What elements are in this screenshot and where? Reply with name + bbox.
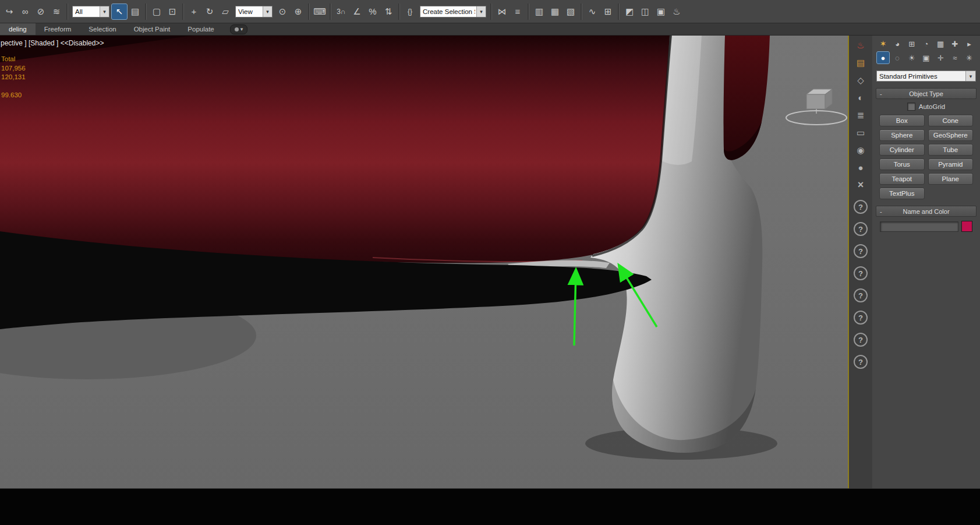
checker-ball-icon[interactable]: ◐ [853,91,868,104]
help-button[interactable]: ? [854,200,868,214]
helpers-category-tab[interactable]: ✛ [935,52,947,64]
primitive-category-dropdown[interactable]: Standard Primitives ▾ [876,71,976,82]
help-button[interactable]: ? [854,244,868,258]
mirror-icon[interactable]: ⋈ [494,4,510,19]
pyramid-button[interactable]: Pyramid [928,158,974,170]
rendered-frame-icon[interactable]: ▣ [653,4,668,19]
ribbon-config-dropdown[interactable]: ▾ [230,24,248,34]
toolbar-separator [581,3,582,20]
angle-snap-icon[interactable]: ∠ [349,4,365,19]
spacewarps-category-tab[interactable]: ≈ [949,52,961,64]
align-icon[interactable]: ≡ [510,4,525,19]
motion-tab[interactable]: ◔ [920,38,932,50]
selection-filter-value: All [75,8,98,15]
plane-button[interactable]: Plane [928,173,974,185]
geosphere-button[interactable]: GeoSphere [928,129,974,141]
tab-modeling[interactable]: deling [0,23,36,35]
percent-snap-icon[interactable]: % [365,4,380,19]
close-icon[interactable]: × [853,178,868,192]
teapot-button[interactable]: Teapot [879,173,925,185]
edit-named-sets-icon[interactable]: {} [402,4,418,19]
layer-explorer-icon[interactable]: ▦ [547,4,562,19]
ribbon-toggle-icon[interactable]: ▧ [563,4,578,19]
select-and-scale-icon[interactable]: ▱ [218,4,233,19]
bind-to-space-warp-icon[interactable]: ≋ [49,4,64,19]
select-and-link-icon[interactable]: ∞ [17,4,33,19]
curve-editor-icon[interactable]: ∿ [585,4,600,19]
select-and-manipulate-icon[interactable]: ⊕ [291,4,306,19]
viewport-label[interactable]: pective ] [Shaded ] <<Disabled>> [1,39,104,47]
schematic-view-icon[interactable]: ⊞ [600,4,615,19]
car-body[interactable] [0,36,670,263]
chevron-down-icon: ▾ [965,71,975,81]
command-panel-tabs: ✶ ◕ ⊞ ◔ ▦ ✚ ▸ [872,36,980,50]
box-button[interactable]: Box [879,115,925,126]
snaps-toggle-icon[interactable]: 3∩ [334,4,349,19]
name-color-rollout-header[interactable]: - Name and Color [876,206,977,217]
shapes-category-tab[interactable]: ◌ [891,52,904,64]
tab-object-paint[interactable]: Object Paint [125,23,179,35]
render-setup-icon[interactable]: ◫ [638,4,653,19]
systems-category-tab[interactable]: ✳ [963,52,975,64]
render-teapot-icon[interactable]: ♨ [853,38,868,52]
torus-button[interactable]: Torus [879,158,925,170]
dark-sphere-icon[interactable]: ● [853,161,868,174]
sphere-button[interactable]: Sphere [879,129,925,141]
selection-filter-dropdown[interactable]: All ▾ [72,6,109,17]
use-pivot-center-icon[interactable]: ⊙ [275,4,290,19]
geometry-category-tab[interactable]: ● [877,52,889,64]
compass-icon[interactable]: ◇ [853,73,868,87]
tab-populate[interactable]: Populate [179,23,222,35]
window-crossing-icon[interactable]: ⊡ [165,4,180,19]
cone-button[interactable]: Cone [928,115,974,126]
create-tab[interactable]: ✶ [877,38,889,50]
select-and-rotate-icon[interactable]: ↻ [202,4,217,19]
cameras-category-tab[interactable]: ▣ [920,52,932,64]
coord-system-dropdown[interactable]: View ▾ [235,6,273,17]
help-button[interactable]: ? [854,266,868,280]
stats-total-label: Total [1,55,26,64]
selection-region-icon[interactable]: ▢ [149,4,164,19]
tube-button[interactable]: Tube [928,144,974,156]
spinner-snap-icon[interactable]: ⇅ [381,4,396,19]
material-editor-icon[interactable]: ◩ [622,4,637,19]
object-type-rollout-header[interactable]: - Object Type [876,88,977,99]
help-button[interactable]: ? [854,222,868,236]
sphere-icon[interactable]: ◉ [853,143,868,157]
cylinder-icon[interactable]: ▭ [853,126,868,139]
autogrid-checkbox[interactable] [907,103,915,111]
cylinder-button[interactable]: Cylinder [879,144,925,156]
render-production-icon[interactable]: ♨ [669,4,684,19]
tab-freeform[interactable]: Freeform [36,23,80,35]
object-color-swatch[interactable] [961,221,972,232]
toolbar-separator [66,3,68,20]
panel-corner-icon: ▸ [963,38,975,50]
help-button[interactable]: ? [854,333,868,347]
utilities-tab[interactable]: ✚ [949,38,961,50]
display-tab[interactable]: ▦ [935,38,947,50]
select-and-move-icon[interactable]: + [186,4,201,19]
unlink-selection-icon[interactable]: ⊘ [33,4,48,19]
select-by-name-icon[interactable]: ▤ [128,4,143,19]
scene-explorer-icon[interactable]: ▥ [532,4,547,19]
keyboard-override-icon[interactable]: ⌨ [312,4,327,19]
coord-system-value: View [238,8,261,15]
lights-category-tab[interactable]: ☀ [905,52,918,64]
modify-tab[interactable]: ◕ [891,38,904,50]
layers-icon[interactable]: ≣ [853,108,868,122]
help-button[interactable]: ? [854,288,868,302]
perspective-viewport[interactable]: pective ] [Shaded ] <<Disabled>> Total 1… [0,36,849,488]
object-name-field[interactable] [880,221,958,232]
toolbar-separator [145,3,147,20]
help-button[interactable]: ? [854,311,868,325]
ribbon-tab-bar: deling Freeform Selection Object Paint P… [0,23,980,36]
select-object-icon[interactable]: ↖ [112,4,127,19]
textplus-button[interactable]: TextPlus [879,188,925,199]
vertical-tool-strip: ♨ ▤ ◇ ◐ ≣ ▭ ◉ ● × ? ? ? ? ? ? ? ? [849,36,872,488]
redo-arrow-icon[interactable]: ↪ [2,4,17,19]
tab-selection[interactable]: Selection [80,23,125,35]
help-button[interactable]: ? [854,355,868,369]
folder-icon[interactable]: ▤ [853,56,868,69]
hierarchy-tab[interactable]: ⊞ [905,38,918,50]
named-selection-sets-dropdown[interactable]: Create Selection Se ▾ [420,6,486,17]
